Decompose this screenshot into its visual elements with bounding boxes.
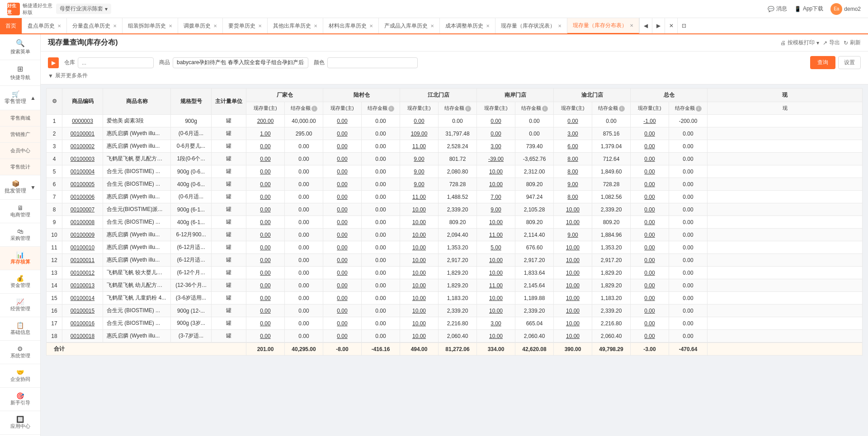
sidebar-item-basic[interactable]: 📋 基础信息 bbox=[0, 317, 40, 341]
tab-cailiao[interactable]: 材料出库单历史 ✕ bbox=[323, 18, 379, 34]
th-settings: ⚙ bbox=[47, 89, 62, 115]
sidebar-item-system[interactable]: ⚙ 系统管理 bbox=[0, 341, 40, 364]
cell-jiangbei-qty: 10.00 bbox=[400, 241, 439, 254]
sidebar-item-operation[interactable]: 📈 经营管理 bbox=[0, 294, 40, 317]
sidebar-item-wholesale[interactable]: 📦 批发管理 ▼ bbox=[0, 175, 40, 200]
sidebar-item-purchase[interactable]: 🛍 采购管理 bbox=[0, 223, 40, 247]
industry-selector[interactable]: 母婴行业演示陈套 ▾ bbox=[56, 4, 111, 14]
message-btn[interactable]: 💬 消息 bbox=[768, 5, 787, 13]
cell-extra bbox=[708, 330, 863, 343]
cell-extra bbox=[708, 178, 863, 191]
tab-xianzhuang[interactable]: 现存量（库存状况表） ✕ bbox=[495, 18, 567, 34]
tab-nav-close[interactable]: ✕ bbox=[665, 18, 677, 34]
tab-xianzaifenbu[interactable]: 现存量（库存分布表） ✕ bbox=[567, 18, 639, 34]
cell-nanan-amt: 2,060.40 bbox=[515, 330, 554, 343]
print-btn[interactable]: 🖨 按模板打印 ▾ bbox=[780, 39, 819, 47]
sidebar-item-search[interactable]: 🔍 搜索英单 bbox=[0, 34, 40, 60]
filter-toggle-btn[interactable]: ▶ bbox=[48, 57, 59, 68]
cell-changjia-qty: 0.00 bbox=[246, 267, 285, 279]
sidebar-purchase-label: 采购管理 bbox=[2, 235, 38, 242]
color-input[interactable] bbox=[327, 57, 418, 68]
cell-jiangbei-qty: 10.00 bbox=[400, 305, 439, 317]
main-layout: 🔍 搜索英单 ⊞ 快捷导航 🛒 零售管理 ▲ 零售商城 营销推广 会员中心 零售… bbox=[0, 34, 868, 436]
cell-total-qty: 0.00 bbox=[631, 140, 669, 153]
tab-zuhe-close[interactable]: ✕ bbox=[169, 23, 172, 28]
cell-yubei-qty: 3.00 bbox=[554, 127, 592, 140]
filter-more-btn[interactable]: ▼ 展开更多条件 bbox=[48, 72, 861, 80]
cell-changjia-qty: 0.00 bbox=[246, 279, 285, 292]
cell-code: 00100002 bbox=[62, 140, 103, 153]
warehouse-input[interactable] bbox=[78, 57, 154, 68]
tab-nav-expand[interactable]: ⊡ bbox=[677, 18, 690, 34]
total-lucun-amt: -416.16 bbox=[362, 342, 400, 356]
tab-pandian-close[interactable]: ✕ bbox=[57, 23, 61, 28]
tab-pandian[interactable]: 盘点单历史 ✕ bbox=[22, 18, 67, 34]
tab-diaob-close[interactable]: ✕ bbox=[213, 23, 217, 28]
refresh-btn[interactable]: ↻ 刷新 bbox=[844, 39, 861, 47]
tab-fenpandian-close[interactable]: ✕ bbox=[113, 23, 117, 28]
table-row: 4 00100003 飞鹤星飞帆 婴儿配方奶... 1段(0-6个... 罐 0… bbox=[47, 153, 863, 165]
sidebar-item-inventory[interactable]: 📊 库存核算 bbox=[0, 247, 40, 270]
tab-yaohuo-close[interactable]: ✕ bbox=[258, 23, 262, 28]
tab-xianzaifenbu-close[interactable]: ✕ bbox=[630, 23, 633, 28]
tab-diaob[interactable]: 调拨单历史 ✕ bbox=[178, 18, 223, 34]
app-download-btn[interactable]: 📱 App下载 bbox=[794, 5, 823, 13]
tab-nav-prev[interactable]: ◀ bbox=[639, 18, 652, 34]
sidebar-item-apps[interactable]: 🔲 应用中心 bbox=[0, 411, 40, 435]
avatar: Ea bbox=[830, 3, 842, 15]
cell-code: 00100009 bbox=[62, 229, 103, 241]
cell-nanan-qty: 11.00 bbox=[477, 279, 515, 292]
tab-qitachu-close[interactable]: ✕ bbox=[314, 23, 317, 28]
cell-unit: 罐 bbox=[212, 305, 246, 317]
sidebar-item-guide[interactable]: 🎯 新手引导 bbox=[0, 388, 40, 411]
tab-nav-next[interactable]: ▶ bbox=[652, 18, 665, 34]
cell-total-qty: 0.00 bbox=[631, 330, 669, 343]
tab-xianzhuang-close[interactable]: ✕ bbox=[558, 23, 561, 28]
tab-home[interactable]: 首页 bbox=[0, 18, 22, 34]
cell-spec: 900g (0-6... bbox=[171, 165, 212, 178]
tab-zuhe[interactable]: 组装拆卸单历史 ✕ bbox=[123, 18, 178, 34]
sidebar-item-ecommerce[interactable]: 🖥 电商管理 bbox=[0, 200, 40, 223]
filter-more-icon: ▼ bbox=[48, 73, 53, 79]
sidebar-system-label: 系统管理 bbox=[2, 352, 38, 359]
user-menu[interactable]: Ea demo2 bbox=[830, 3, 861, 15]
cell-yubei-qty: 9.00 bbox=[554, 229, 592, 241]
setting-button[interactable]: 设置 bbox=[838, 56, 861, 69]
sidebar-item-member[interactable]: 会员中心 bbox=[0, 143, 40, 159]
cell-name: 惠氏启膦 (Wyeth illu... bbox=[103, 191, 171, 203]
sidebar-item-retailstat[interactable]: 零售统计 bbox=[0, 159, 40, 175]
sidebar-item-collab[interactable]: 🤝 企业协同 bbox=[0, 364, 40, 388]
sidebar-item-nav[interactable]: ⊞ 快捷导航 bbox=[0, 60, 40, 86]
cell-unit: 罐 bbox=[212, 317, 246, 330]
filter-row: ▶ 仓库 商品 颜色 查询 设置 bbox=[48, 56, 861, 69]
tab-qitachu[interactable]: 其他出库单历史 ✕ bbox=[268, 18, 323, 34]
cell-jiangbei-amt: 809.20 bbox=[439, 216, 477, 229]
cell-name: 惠氏启膦 (Wyeth illu... bbox=[103, 330, 171, 343]
table-row: 11 00100010 惠氏启膦 (Wyeth illu... (6-12月适.… bbox=[47, 241, 863, 254]
tab-fenpandian[interactable]: 分量盘点单历史 ✕ bbox=[67, 18, 123, 34]
cell-unit: 罐 bbox=[212, 254, 246, 267]
cell-spec: 400g (0-6... bbox=[171, 178, 212, 191]
tab-chengben-close[interactable]: ✕ bbox=[486, 23, 490, 28]
tab-yaohuo[interactable]: 要货单历史 ✕ bbox=[223, 18, 268, 34]
query-button[interactable]: 查询 bbox=[810, 56, 835, 69]
tab-chengben-label: 成本调整单历史 bbox=[445, 22, 483, 30]
sidebar-item-retail[interactable]: 🛒 零售管理 ▲ bbox=[0, 86, 40, 110]
cell-total-qty: 0.00 bbox=[631, 191, 669, 203]
app-icon: 📱 bbox=[794, 6, 801, 12]
tab-chengpin[interactable]: 产成品入库单历史 ✕ bbox=[379, 18, 440, 34]
cell-extra bbox=[708, 153, 863, 165]
cell-nanan-qty: -39.00 bbox=[477, 153, 515, 165]
tab-cailiao-close[interactable]: ✕ bbox=[369, 23, 373, 28]
sidebar-item-marketing[interactable]: 营销推广 bbox=[0, 127, 40, 143]
tab-chengben[interactable]: 成本调整单历史 ✕ bbox=[440, 18, 495, 34]
product-input[interactable] bbox=[173, 57, 308, 68]
total-yubei-qty: 390.00 bbox=[554, 342, 592, 356]
export-btn[interactable]: ↗ 导出 bbox=[823, 39, 840, 47]
cell-nanan-amt: 2,312.00 bbox=[515, 165, 554, 178]
cell-unit: 罐 bbox=[212, 115, 246, 127]
tab-chengpin-close[interactable]: ✕ bbox=[430, 23, 434, 28]
sidebar-item-finance[interactable]: 💰 资金管理 bbox=[0, 270, 40, 294]
sidebar-item-emall[interactable]: 零售商城 bbox=[0, 110, 40, 127]
cell-yubei-qty: 10.00 bbox=[554, 267, 592, 279]
